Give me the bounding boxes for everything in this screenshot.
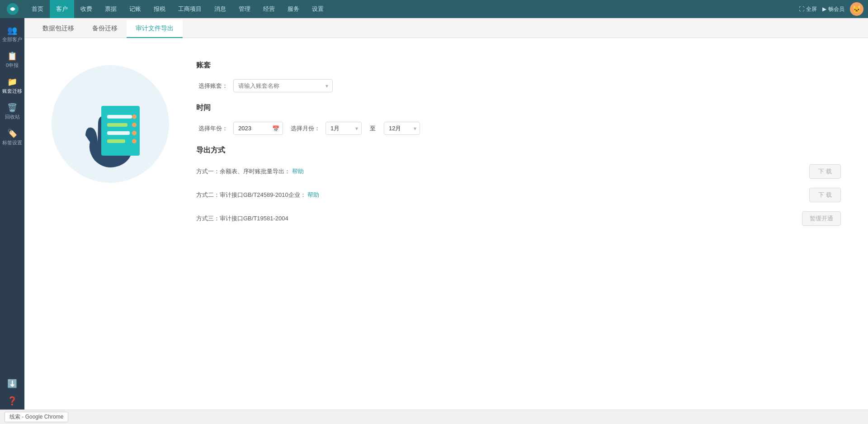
method-1-label: 方式一：余额表、序时账批量导出：: [196, 168, 290, 175]
to-label: 至: [367, 124, 378, 133]
account-set-title: 账套: [196, 61, 841, 72]
tags-icon: 🏷️: [7, 129, 17, 138]
export-method-title: 导出方式: [196, 146, 841, 157]
top-navigation: 首页 客户 收费 票据 记账 报税 工商项目 消息 管理 经营 服务 设置 ⛶ …: [0, 0, 868, 18]
nav-tax[interactable]: 报税: [147, 0, 172, 18]
export-method-2: 方式二：审计接口GB/T24589-2010企业： 帮助 下 载: [196, 188, 841, 202]
month-end-select[interactable]: 1月2月3月4月 5月6月7月8月 9月10月11月12月: [384, 122, 420, 135]
migrate-icon: 📁: [7, 78, 17, 86]
nav-invoice[interactable]: 票据: [99, 0, 123, 18]
year-input[interactable]: [233, 122, 283, 135]
year-label: 选择年份：: [196, 124, 228, 133]
svg-point-8: [132, 123, 137, 127]
help-icon: ❓: [7, 397, 17, 405]
export-method-1: 方式一：余额表、序时账批量导出： 帮助 下 载: [196, 164, 841, 179]
main-layout: 👥 全部客户 📋 0申报 📁 账套迁移 🗑️ 回收站 🏷️ 标签设置 ⬇️ ❓: [0, 18, 868, 410]
method-2-label: 方式二：审计接口GB/T24589-2010企业：: [196, 191, 306, 198]
method-1-download-button[interactable]: 下 载: [809, 164, 841, 179]
recycle-icon: 🗑️: [7, 104, 17, 112]
vip-button[interactable]: ▶ 畅会员: [822, 5, 844, 13]
year-input-wrap: 📅: [233, 122, 283, 135]
month-start-select[interactable]: 1月2月3月4月 5月6月7月8月 9月10月11月12月: [326, 122, 362, 135]
all-customers-icon: 👥: [7, 26, 17, 34]
fullscreen-label: 全屏: [806, 5, 817, 13]
nav-customer[interactable]: 客户: [50, 0, 74, 18]
form-area: 账套 选择账套： 时间 选择年份： 📅 选择月份：: [196, 56, 841, 235]
nav-settings[interactable]: 设置: [306, 0, 330, 18]
sidebar-item-help[interactable]: ❓: [0, 392, 24, 410]
nav-service[interactable]: 服务: [281, 0, 306, 18]
left-sidebar: 👥 全部客户 📋 0申报 📁 账套迁移 🗑️ 回收站 🏷️ 标签设置 ⬇️ ❓: [0, 18, 24, 410]
select-account-label: 选择账套：: [196, 82, 228, 90]
nav-accounting[interactable]: 记账: [123, 0, 147, 18]
method-3-text: 方式三：审计接口GB/T19581-2004: [196, 214, 795, 223]
app-logo: [5, 1, 21, 17]
sidebar-item-recycle[interactable]: 🗑️ 回收站: [0, 99, 24, 125]
vip-label: 畅会员: [828, 5, 844, 13]
svg-rect-5: [107, 131, 130, 135]
month-end-wrap: 1月2月3月4月 5月6月7月8月 9月10月11月12月: [384, 122, 420, 135]
sidebar-item-tags[interactable]: 🏷️ 标签设置: [0, 125, 24, 151]
svg-point-9: [132, 131, 137, 135]
nav-operation[interactable]: 经营: [257, 0, 281, 18]
svg-rect-2: [101, 106, 140, 156]
method-3-label: 方式三：审计接口GB/T19581-2004: [196, 215, 288, 222]
time-row: 选择年份： 📅 选择月份： 1月2月3月4月 5月6月7月8月 9月10月11月…: [196, 122, 841, 135]
sidebar-item-all-customers[interactable]: 👥 全部客户: [0, 22, 24, 48]
svg-point-1: [11, 8, 14, 10]
nav-right-area: ⛶ 全屏 ▶ 畅会员 🐱: [799, 2, 863, 16]
download-icon: ⬇️: [7, 380, 17, 388]
method-3-coming-soon-button: 暂缓开通: [802, 211, 841, 226]
vip-icon: ▶: [822, 6, 826, 12]
sidebar-item-zero-declare[interactable]: 📋 0申报: [0, 48, 24, 73]
sidebar-item-label: 账套迁移: [2, 88, 22, 95]
time-title: 时间: [196, 103, 841, 114]
avatar[interactable]: 🐱: [850, 2, 863, 16]
zero-declare-icon: 📋: [7, 52, 17, 60]
nav-business[interactable]: 工商项目: [172, 0, 208, 18]
sidebar-item-label: 全部客户: [2, 36, 22, 43]
fullscreen-icon: ⛶: [799, 6, 804, 12]
sidebar-item-download[interactable]: ⬇️: [0, 375, 24, 392]
content-area: 数据包迁移 备份迁移 审计文件导出: [24, 18, 868, 410]
method-2-text: 方式二：审计接口GB/T24589-2010企业： 帮助: [196, 191, 802, 199]
account-select-wrapper: [233, 79, 333, 92]
svg-rect-3: [107, 115, 132, 119]
illustration-svg: [72, 79, 149, 169]
method-1-help-link[interactable]: 帮助: [292, 168, 304, 175]
nav-items: 首页 客户 收费 票据 记账 报税 工商项目 消息 管理 经营 服务 设置: [25, 0, 799, 18]
export-method-3: 方式三：审计接口GB/T19581-2004 暂缓开通: [196, 211, 841, 226]
svg-point-10: [132, 139, 137, 143]
sidebar-item-migrate[interactable]: 📁 账套迁移: [0, 73, 24, 99]
account-set-input[interactable]: [233, 79, 333, 92]
sidebar-item-label: 回收站: [5, 114, 20, 120]
sidebar-item-label: 0申报: [6, 62, 19, 69]
illustration: [52, 65, 169, 183]
method-2-help-link[interactable]: 帮助: [307, 191, 319, 198]
tabs-bar: 数据包迁移 备份迁移 审计文件导出: [24, 18, 868, 38]
svg-rect-4: [107, 123, 127, 127]
page-content: 账套 选择账套： 时间 选择年份： 📅 选择月份：: [24, 38, 868, 410]
nav-message[interactable]: 消息: [208, 0, 232, 18]
sidebar-item-label: 标签设置: [2, 139, 22, 146]
tab-backup-migration[interactable]: 备份迁移: [83, 20, 127, 38]
nav-billing[interactable]: 收费: [74, 0, 99, 18]
fullscreen-button[interactable]: ⛶ 全屏: [799, 5, 817, 13]
month-start-wrap: 1月2月3月4月 5月6月7月8月 9月10月11月12月: [326, 122, 362, 135]
bottom-bar: 线索 - Google Chrome: [0, 410, 868, 424]
nav-manage[interactable]: 管理: [232, 0, 257, 18]
svg-point-7: [132, 114, 137, 119]
bottom-chrome-button[interactable]: 线索 - Google Chrome: [5, 412, 68, 422]
account-set-row: 选择账套：: [196, 79, 841, 92]
tab-data-migration[interactable]: 数据包迁移: [33, 20, 83, 38]
month-label: 选择月份：: [288, 124, 320, 133]
tab-audit-export[interactable]: 审计文件导出: [127, 20, 183, 38]
method-1-text: 方式一：余额表、序时账批量导出： 帮助: [196, 167, 802, 176]
svg-rect-6: [107, 139, 125, 143]
nav-home[interactable]: 首页: [25, 0, 50, 18]
method-2-download-button[interactable]: 下 载: [809, 188, 841, 202]
